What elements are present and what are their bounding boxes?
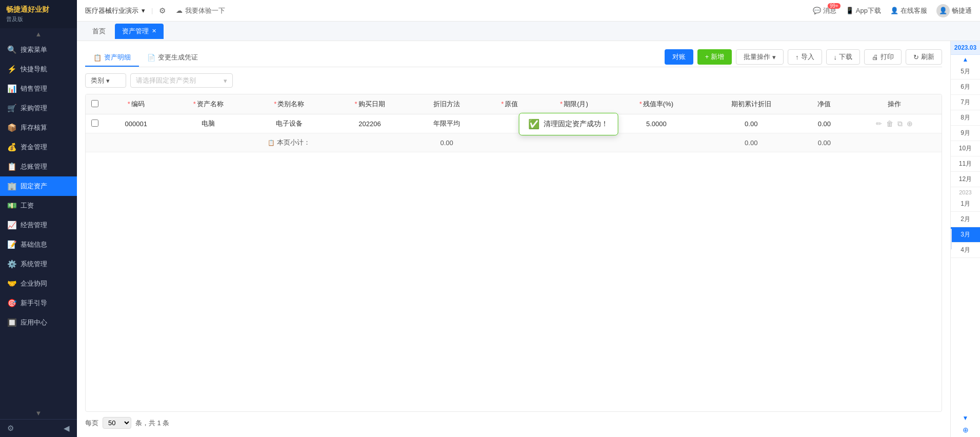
select-all-checkbox[interactable] <box>91 100 98 107</box>
month-10[interactable]: 10月 <box>951 141 980 156</box>
online-service-label: 在线客服 <box>901 6 927 15</box>
sidebar-item-business[interactable]: 📈经营管理 <box>0 215 77 235</box>
import-button[interactable]: ↑ 导入 <box>788 49 822 65</box>
app-download-button[interactable]: 📱 App下载 <box>846 6 881 15</box>
copy-icon[interactable]: ⧉ <box>897 120 903 128</box>
sidebar-label-search: 搜索菜单 <box>21 45 47 54</box>
tab-home[interactable]: 首页 <box>85 24 113 39</box>
header-purchase-date: *购买日期 <box>329 94 410 114</box>
sidebar-item-base-info[interactable]: 📝基础信息 <box>0 235 77 254</box>
asset-table: *编码 *资产名称 *类别名称 *购买日期 折旧方法 *原值 *期限(月) *残… <box>85 94 942 412</box>
sidebar-item-search[interactable]: 🔍搜索菜单 <box>0 40 77 59</box>
pagination: 每页 50 10 20 100 条，共 1 条 <box>85 412 942 429</box>
month-8[interactable]: 8月 <box>951 110 980 126</box>
delete-icon[interactable]: 🗑 <box>886 120 893 128</box>
app-title: 畅捷通好业财 <box>6 5 49 14</box>
month-3-current[interactable]: 3月 <box>951 227 980 243</box>
reconcile-button[interactable]: 对账 <box>665 49 693 65</box>
category-input[interactable]: 请选择固定资产类别 ▾ <box>130 73 233 88</box>
sidebar-item-sales[interactable]: 📊销售管理 <box>0 79 77 98</box>
edit-icon[interactable]: ✏ <box>876 120 882 128</box>
sidebar-scroll-up[interactable]: ▲ <box>0 28 77 40</box>
sidebar-item-quick-nav[interactable]: ⚡快捷导航 <box>0 59 77 79</box>
month-1[interactable]: 1月 <box>951 196 980 212</box>
sidebar-item-enterprise[interactable]: 🤝企业协同 <box>0 274 77 293</box>
change-voucher-label: 变更生成凭证 <box>158 53 198 62</box>
category-label: 类别 <box>91 76 104 85</box>
sidebar-label-system: 系统管理 <box>21 260 47 269</box>
settings-gear-icon[interactable]: ⚙ <box>159 6 166 15</box>
home-tab-label: 首页 <box>92 27 106 36</box>
asset-detail-label: 资产明细 <box>104 53 131 62</box>
panel-header[interactable]: 2023.03 <box>951 41 980 55</box>
download-icon: 📱 <box>846 7 854 14</box>
month-4[interactable]: 4月 <box>951 243 980 258</box>
settings-icon[interactable]: ⚙ <box>7 424 14 433</box>
row-code: 000001 <box>104 114 168 133</box>
sidebar-scroll-down[interactable]: ▼ <box>0 407 77 419</box>
messages-button[interactable]: 💬 消息 99+ <box>813 6 836 15</box>
refresh-label: 刷新 <box>921 52 934 62</box>
panel-expand-icon[interactable]: ◀ <box>950 229 952 249</box>
table-row: 000001 电脑 电子设备 202206 年限平均 60 5.0000 0.0… <box>86 114 942 133</box>
company-name: 医疗器械行业演示 <box>85 6 138 15</box>
sidebar-label-enterprise: 企业协同 <box>21 279 47 288</box>
per-page-select[interactable]: 50 10 20 100 <box>103 417 131 429</box>
panel-bottom-icon[interactable]: ⊕ <box>951 423 980 437</box>
sidebar-item-payroll[interactable]: 💵工资 <box>0 196 77 215</box>
panel-down-arrow[interactable]: ▼ <box>951 413 980 423</box>
subtab-change-voucher[interactable]: 📄 变更生成凭证 <box>139 49 206 67</box>
sidebar-item-funds[interactable]: 💰资金管理 <box>0 137 77 157</box>
tab-close-icon[interactable]: ✕ <box>152 28 156 34</box>
tab-asset-mgmt[interactable]: 资产管理 ✕ <box>115 24 164 39</box>
experience-button[interactable]: ☁ 我要体验一下 <box>176 6 225 15</box>
sidebar-item-app-center[interactable]: 🔲应用中心 <box>0 313 77 332</box>
header-name: *资产名称 <box>168 94 249 114</box>
row-residual-rate: 5.0000 <box>612 114 701 133</box>
more-icon[interactable]: ⊕ <box>907 120 913 128</box>
download-button[interactable]: ↓ 下载 <box>826 49 861 65</box>
sidebar-label-guide: 新手引导 <box>21 299 47 308</box>
print-button[interactable]: 🖨 打印 <box>864 49 902 65</box>
subtab-asset-detail[interactable]: 📋 资产明细 <box>85 49 139 67</box>
user-profile[interactable]: 👤 畅捷通 <box>936 4 972 17</box>
category-filter-select[interactable]: 类别 ▾ <box>85 73 126 88</box>
sidebar-icon-search: 🔍 <box>7 45 16 54</box>
panel-up-arrow[interactable]: ▲ <box>951 55 980 64</box>
online-service-button[interactable]: 👤 在线客服 <box>890 6 927 15</box>
filter-placeholder: 请选择固定资产类别 <box>136 76 196 85</box>
month-7[interactable]: 7月 <box>951 95 980 110</box>
row-checkbox[interactable] <box>91 120 98 127</box>
row-category: 电子设备 <box>249 114 329 133</box>
filter-bar: 类别 ▾ 请选择固定资产类别 ▾ <box>85 73 942 88</box>
sidebar-item-inventory[interactable]: 📦库存核算 <box>0 118 77 137</box>
batch-button[interactable]: 批量操作 ▾ <box>736 49 784 65</box>
subtotal-blank3 <box>612 133 701 152</box>
month-5[interactable]: 5月 <box>951 64 980 80</box>
sidebar-label-app-center: 应用中心 <box>21 318 47 327</box>
header-code: *编码 <box>104 94 168 114</box>
service-icon: 👤 <box>890 7 898 14</box>
refresh-button[interactable]: ↻ 刷新 <box>906 49 942 65</box>
collapse-icon[interactable]: ◀ <box>64 424 70 433</box>
header-original-value: *原值 <box>483 94 536 114</box>
sidebar-item-fixed-assets[interactable]: 🏢固定资产 <box>0 176 77 196</box>
cloud-icon: ☁ <box>176 7 183 14</box>
row-checkbox-cell <box>86 114 104 133</box>
sidebar-item-system[interactable]: ⚙️系统管理 <box>0 254 77 274</box>
sidebar-nav: 🔍搜索菜单⚡快捷导航📊销售管理🛒采购管理📦库存核算💰资金管理📋总账管理🏢固定资产… <box>0 40 77 407</box>
header-checkbox-cell <box>86 94 104 114</box>
sidebar-item-ledger[interactable]: 📋总账管理 <box>0 157 77 176</box>
month-9[interactable]: 9月 <box>951 126 980 141</box>
month-12[interactable]: 12月 <box>951 172 980 187</box>
sidebar-item-purchase[interactable]: 🛒采购管理 <box>0 98 77 118</box>
row-initial-depreciation: 0.00 <box>701 114 802 133</box>
month-2[interactable]: 2月 <box>951 212 980 227</box>
print-icon: 🖨 <box>872 53 878 61</box>
new-button[interactable]: + 新增 <box>697 49 732 65</box>
sidebar-item-guide[interactable]: 🎯新手引导 <box>0 293 77 313</box>
company-selector[interactable]: 医疗器械行业演示 ▾ <box>85 6 145 15</box>
total-label: 条，共 1 条 <box>135 419 169 428</box>
month-11[interactable]: 11月 <box>951 156 980 172</box>
month-6[interactable]: 6月 <box>951 80 980 95</box>
